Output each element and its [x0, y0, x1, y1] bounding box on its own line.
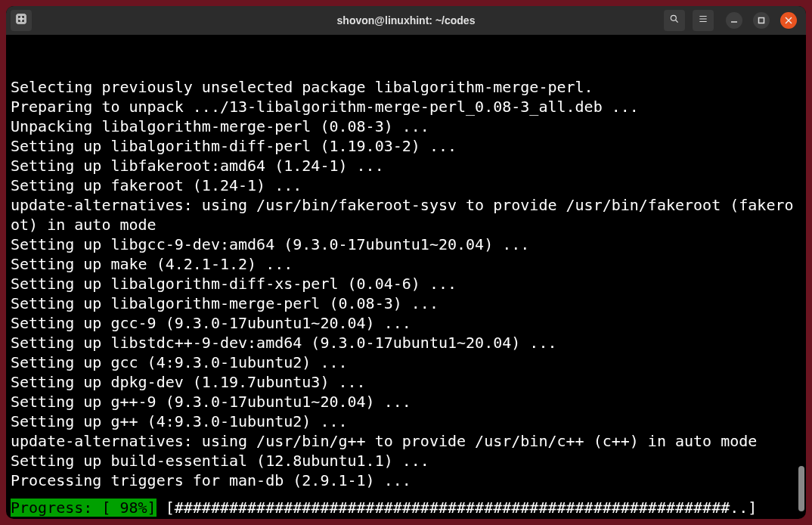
new-tab-button[interactable] — [11, 10, 32, 31]
terminal-line: Setting up libalgorithm-merge-perl (0.08… — [11, 294, 801, 313]
terminal-line: Setting up libalgorithm-diff-perl (1.19.… — [11, 136, 801, 156]
terminal-output: Selecting previously unselected package … — [11, 77, 801, 490]
terminal-line: Setting up libstdc++-9-dev:amd64 (9.3.0-… — [11, 333, 801, 353]
scrollbar-thumb[interactable] — [798, 466, 804, 511]
terminal-line: Setting up dpkg-dev (1.19.7ubuntu3) ... — [11, 372, 801, 392]
titlebar-left — [11, 10, 32, 31]
hamburger-icon — [698, 14, 708, 27]
search-button[interactable] — [664, 10, 685, 31]
titlebar-right — [664, 10, 801, 31]
window-controls — [726, 12, 797, 29]
terminal-body[interactable]: Selecting previously unselected package … — [6, 35, 806, 519]
terminal-line: Setting up make (4.2.1-1.2) ... — [11, 254, 801, 274]
terminal-line: Preparing to unpack .../13-libalgorithm-… — [11, 97, 801, 116]
progress-bar: [#######################################… — [157, 499, 767, 517]
terminal-line: Selecting previously unselected package … — [11, 77, 801, 97]
minimize-button[interactable] — [726, 12, 742, 29]
terminal-line: Setting up gcc-9 (9.3.0-17ubuntu1~20.04)… — [11, 313, 801, 333]
terminal-line: Setting up g++ (4:9.3.0-1ubuntu2) ... — [11, 412, 801, 431]
svg-rect-7 — [759, 18, 764, 23]
terminal-line: Setting up fakeroot (1.24-1) ... — [11, 176, 801, 195]
terminal-line: Setting up gcc (4:9.3.0-1ubuntu2) ... — [11, 353, 801, 372]
close-icon — [785, 14, 792, 27]
terminal-line: Setting up g++-9 (9.3.0-17ubuntu1~20.04)… — [11, 392, 801, 412]
terminal-line: update-alternatives: using /usr/bin/fake… — [11, 195, 801, 235]
progress-label: Progress: [ 98%] — [11, 499, 157, 517]
terminal-line: Setting up libalgorithm-diff-xs-perl (0.… — [11, 274, 801, 294]
terminal-line: Processing triggers for man-db (2.9.1-1)… — [11, 471, 801, 490]
terminal-line: update-alternatives: using /usr/bin/g++ … — [11, 431, 801, 451]
terminal-line: Unpacking libalgorithm-merge-perl (0.08-… — [11, 116, 801, 136]
titlebar: shovon@linuxhint: ~/codes — [6, 6, 806, 35]
maximize-button[interactable] — [753, 12, 770, 29]
menu-button[interactable] — [693, 10, 714, 31]
search-icon — [669, 14, 680, 27]
close-button[interactable] — [780, 12, 797, 29]
scrollbar[interactable] — [797, 35, 804, 519]
terminal-window: shovon@linuxhint: ~/codes — [6, 6, 806, 519]
svg-line-2 — [676, 20, 678, 23]
terminal-line: Setting up build-essential (12.8ubuntu1.… — [11, 451, 801, 471]
svg-point-1 — [671, 15, 676, 20]
minimize-icon — [730, 14, 738, 27]
new-tab-icon — [15, 13, 27, 28]
window-title: shovon@linuxhint: ~/codes — [337, 14, 476, 26]
progress-line: Progress: [ 98%] [######################… — [11, 498, 801, 517]
terminal-line: Setting up libfakeroot:amd64 (1.24-1) ..… — [11, 156, 801, 176]
maximize-icon — [758, 14, 765, 27]
terminal-line: Setting up libgcc-9-dev:amd64 (9.3.0-17u… — [11, 235, 801, 254]
